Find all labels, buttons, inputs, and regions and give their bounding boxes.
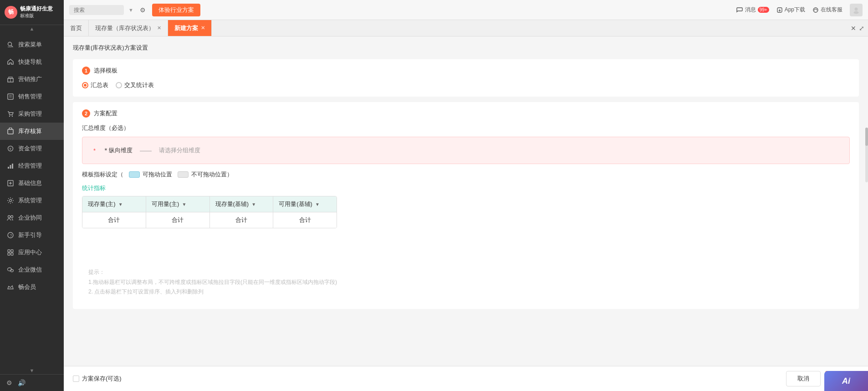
search-dropdown-icon[interactable]: ▼ [128, 7, 133, 13]
online-service-label: 在线客服 [821, 6, 842, 14]
step2-label: 方案配置 [94, 109, 117, 118]
stats-section-title: 统计指标 [82, 184, 850, 192]
side-scroll-thumb [865, 128, 868, 146]
app-center-icon [6, 248, 15, 257]
sidebar-item-basic-info[interactable]: 基础信息 [0, 175, 64, 192]
sidebar-item-inventory[interactable]: 库存核算 [0, 123, 64, 140]
required-star: * [93, 147, 96, 154]
message-label: 消息 [745, 6, 756, 14]
search-input[interactable] [69, 5, 124, 15]
col2-chevron[interactable]: ▼ [182, 202, 186, 207]
topbar-online-service[interactable]: 在线客服 [812, 6, 842, 14]
section1-header: 1 选择模板 [82, 67, 850, 75]
svg-point-34 [855, 7, 858, 10]
sidebar-item-membership[interactable]: 畅会员 [0, 278, 64, 296]
sidebar-item-label: 应用中心 [18, 248, 42, 257]
save-scheme-checkbox[interactable]: 方案保存(可选) [73, 375, 122, 383]
tab-inventory-close-icon[interactable]: ✕ [157, 25, 161, 31]
indicator-settings-label: 模板指标设定（ [82, 170, 123, 179]
svg-rect-16 [12, 164, 13, 169]
dimension-area: * ＊纵向维度 —— 请选择分组维度 [82, 137, 850, 164]
settings-bottom-icon[interactable]: ⚙ [6, 379, 12, 386]
finance-icon: ¥ [6, 144, 15, 153]
sidebar-item-marketing[interactable]: 营销推广 [0, 71, 64, 88]
sidebar-item-purchase[interactable]: 采购管理 [0, 105, 64, 123]
stats-table-row: 合计 合计 合计 合计 [82, 212, 337, 228]
sidebar-item-label: 基础信息 [18, 179, 42, 187]
tab-home[interactable]: 首页 [64, 20, 89, 36]
sidebar-item-new-guide[interactable]: ? 新手引导 [0, 226, 64, 244]
main-area: ▼ ⚙ 体验行业方案 消息 99+ App下载 在线客服 首页 [64, 0, 868, 391]
trial-btn[interactable]: 体验行业方案 [152, 4, 200, 16]
empty-space [82, 228, 850, 256]
topbar-app-download[interactable]: App下载 [776, 6, 805, 14]
svg-rect-25 [8, 250, 10, 252]
wechat-icon [6, 266, 15, 274]
svg-point-22 [11, 216, 13, 218]
sidebar-item-label: 经营管理 [18, 162, 42, 170]
topbar-right: 消息 99+ App下载 在线客服 [736, 4, 863, 16]
app-icon: 畅 [5, 6, 17, 19]
purchase-icon [6, 110, 15, 118]
cancel-button[interactable]: 取消 [786, 371, 821, 386]
sidebar-item-label: 营销推广 [18, 75, 42, 83]
basic-info-icon [6, 179, 15, 187]
sidebar-scroll-up[interactable]: ▲ [0, 25, 64, 32]
close-panel-icon[interactable]: ✕ [851, 25, 856, 32]
col-header-2[interactable]: 可用量(主) ▼ [146, 196, 210, 212]
col3-chevron[interactable]: ▼ [251, 202, 256, 207]
tab-new-scheme-close-icon[interactable]: ✕ [201, 25, 205, 31]
svg-point-35 [854, 11, 859, 14]
sidebar-item-quick-nav[interactable]: 快捷导航 [0, 53, 64, 71]
speaker-icon[interactable]: 🔊 [18, 379, 26, 386]
sidebar-item-search-menu[interactable]: 搜索菜单 [0, 36, 64, 53]
svg-rect-14 [8, 167, 9, 169]
col1-chevron[interactable]: ▼ [118, 202, 123, 207]
ai-badge[interactable]: Ai [824, 371, 868, 391]
topbar-message[interactable]: 消息 99+ [736, 6, 769, 14]
tip1: 1.拖动标题栏可以调整布局，不可跨维度或指标区域拖拉目字段(只能在同一维度或指标… [88, 278, 843, 288]
dimension-required-label: 汇总维度（必选） [82, 124, 850, 132]
vertical-dim-label: ＊纵向维度 [103, 146, 133, 154]
topbar-gear-icon[interactable]: ⚙ [140, 6, 146, 14]
page-title: 现存量(库存状况表)方案设置 [73, 44, 859, 52]
sidebar-item-label: 系统管理 [18, 196, 42, 205]
stats-table-header: 现存量(主) ▼ 可用量(主) ▼ 现存量(基辅) ▼ 可用量(基辅) ▼ [82, 196, 337, 212]
svg-rect-26 [11, 250, 13, 252]
avatar[interactable] [850, 4, 863, 16]
sidebar-item-app-center[interactable]: 应用中心 [0, 244, 64, 261]
tab-inventory-label: 现存量（库存状况表） [95, 24, 154, 32]
sidebar-scroll-down[interactable]: ▼ [0, 367, 64, 374]
sidebar-item-wechat[interactable]: 企业微信 [0, 261, 64, 278]
draggable-legend-box [129, 171, 140, 178]
col4-label: 可用量(基辅) [279, 200, 312, 208]
tab-inventory-status[interactable]: 现存量（库存状况表） ✕ [89, 20, 168, 36]
svg-point-21 [8, 216, 10, 218]
col2-label: 可用量(主) [152, 200, 179, 208]
col-header-3[interactable]: 现存量(基辅) ▼ [210, 196, 274, 212]
tab-new-scheme-label: 新建方案 [174, 24, 198, 32]
sidebar-item-management[interactable]: 经营管理 [0, 157, 64, 175]
radio-summary-circle [82, 82, 88, 88]
sidebar-item-label: 企业协同 [18, 214, 42, 222]
dim-placeholder[interactable]: 请选择分组维度 [159, 146, 200, 154]
gift-icon [6, 75, 15, 83]
draggable-label: 可拖动位置 [143, 170, 172, 179]
save-checkbox-box[interactable] [73, 376, 79, 382]
app-name: 畅康通好生意 [20, 5, 53, 13]
sidebar-item-enterprise[interactable]: 企业协同 [0, 209, 64, 226]
col-header-4[interactable]: 可用量(基辅) ▼ [273, 196, 337, 212]
col4-chevron[interactable]: ▼ [315, 202, 320, 207]
expand-panel-icon[interactable]: ⤢ [859, 25, 864, 32]
col-header-1[interactable]: 现存量(主) ▼ [82, 196, 146, 212]
radio-summary[interactable]: 汇总表 [82, 81, 108, 89]
radio-cross-circle [116, 82, 122, 88]
sidebar-item-system[interactable]: 系统管理 [0, 192, 64, 209]
app-logo: 畅 畅康通好生意 标准版 [0, 0, 64, 25]
sidebar-item-sales[interactable]: 销售管理 [0, 88, 64, 105]
sidebar-item-finance[interactable]: ¥ 资金管理 [0, 140, 64, 157]
tip2: 2. 点击标题栏下拉可设置排序、插入列和删除列 [88, 287, 843, 297]
radio-cross[interactable]: 交叉统计表 [116, 81, 154, 89]
tab-new-scheme[interactable]: 新建方案 ✕ [168, 20, 212, 36]
sidebar-item-label: 搜索菜单 [18, 41, 42, 49]
